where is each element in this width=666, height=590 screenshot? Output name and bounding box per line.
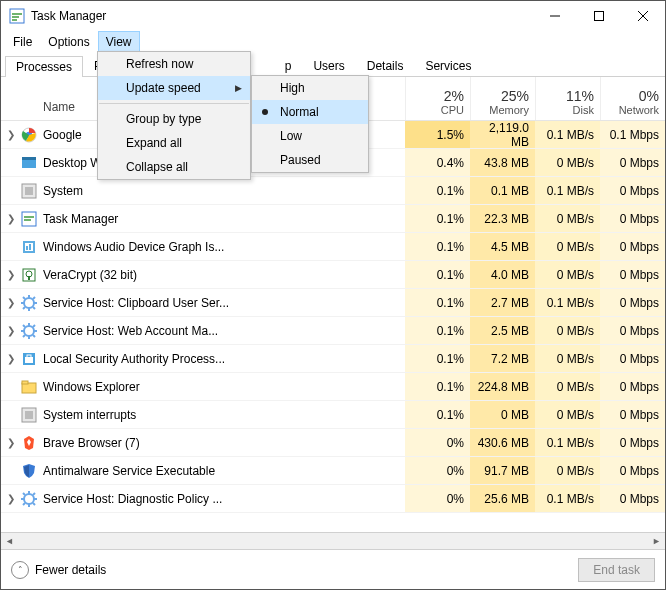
process-icon [21, 351, 37, 367]
menu-file[interactable]: File [5, 31, 40, 53]
minimize-button[interactable] [533, 1, 577, 31]
tab-services[interactable]: Services [414, 55, 482, 76]
process-name: Service Host: Clipboard User Ser... [43, 296, 405, 310]
cpu-label: CPU [441, 104, 464, 116]
process-icon [21, 239, 37, 255]
memory-cell: 91.7 MB [470, 457, 535, 484]
cpu-cell: 0.1% [405, 317, 470, 344]
svg-line-56 [33, 493, 35, 495]
maximize-button[interactable] [577, 1, 621, 31]
tab-processes[interactable]: Processes [5, 56, 83, 77]
process-row[interactable]: ❯Brave Browser (7)0%430.6 MB0.1 MB/s0 Mb… [1, 429, 665, 457]
network-cell: 0 Mbps [600, 177, 665, 204]
process-icon [21, 463, 37, 479]
process-row[interactable]: Windows Explorer0.1%224.8 MB0 MB/s0 Mbps [1, 373, 665, 401]
scroll-left-icon[interactable]: ◄ [1, 533, 18, 550]
svg-rect-48 [25, 411, 33, 419]
process-row[interactable]: System interrupts0.1%0 MB0 MB/s0 Mbps [1, 401, 665, 429]
memory-cell: 43.8 MB [470, 149, 535, 176]
process-icon [21, 267, 37, 283]
header-disk[interactable]: 11% Disk [535, 77, 600, 120]
cpu-cell: 0.1% [405, 205, 470, 232]
network-cell: 0 Mbps [600, 149, 665, 176]
disk-cell: 0.1 MB/s [535, 121, 600, 148]
horizontal-scrollbar[interactable]: ◄ ► [1, 532, 665, 549]
cpu-cell: 0.1% [405, 177, 470, 204]
svg-line-38 [23, 325, 25, 327]
cpu-cell: 0% [405, 457, 470, 484]
scroll-right-icon[interactable]: ► [648, 533, 665, 550]
process-row[interactable]: ❯Service Host: Web Account Ma...0.1%2.5 … [1, 317, 665, 345]
expand-icon[interactable]: ❯ [1, 297, 21, 308]
menu-update-speed[interactable]: Update speed ▶ [98, 76, 250, 100]
network-cell: 0 Mbps [600, 261, 665, 288]
header-cpu[interactable]: 2% CPU [405, 77, 470, 120]
process-row[interactable]: System0.1%0.1 MB0.1 MB/s0 Mbps [1, 177, 665, 205]
menu-options[interactable]: Options [40, 31, 97, 53]
expand-icon[interactable]: ❯ [1, 325, 21, 336]
speed-high[interactable]: High [252, 76, 368, 100]
expand-icon[interactable]: ❯ [1, 269, 21, 280]
process-name: Windows Explorer [43, 380, 405, 394]
close-button[interactable] [621, 1, 665, 31]
cpu-cell: 0% [405, 429, 470, 456]
network-cell: 0 Mbps [600, 317, 665, 344]
window-title: Task Manager [31, 9, 533, 23]
menu-group-by-type[interactable]: Group by type [98, 107, 250, 131]
svg-line-39 [33, 335, 35, 337]
memory-cell: 25.6 MB [470, 485, 535, 512]
expand-icon[interactable]: ❯ [1, 437, 21, 448]
process-row[interactable]: Antimalware Service Executable0%91.7 MB0… [1, 457, 665, 485]
process-name: Brave Browser (7) [43, 436, 405, 450]
cpu-percent: 2% [444, 88, 464, 104]
process-row[interactable]: ❯Service Host: Diagnostic Policy ...0%25… [1, 485, 665, 513]
svg-rect-16 [24, 219, 31, 221]
svg-rect-20 [29, 244, 31, 250]
process-row[interactable]: ❯Local Security Authority Process...0.1%… [1, 345, 665, 373]
header-memory[interactable]: 25% Memory [470, 77, 535, 120]
svg-line-30 [33, 307, 35, 309]
disk-cell: 0 MB/s [535, 345, 600, 372]
tab-app-history[interactable]: p [274, 55, 303, 76]
process-row[interactable]: ❯Task Manager0.1%22.3 MB0 MB/s0 Mbps [1, 205, 665, 233]
svg-rect-1 [12, 13, 22, 15]
cpu-cell: 0% [405, 485, 470, 512]
expand-icon[interactable]: ❯ [1, 213, 21, 224]
end-task-button[interactable]: End task [578, 558, 655, 582]
expand-icon[interactable]: ❯ [1, 129, 21, 140]
disk-cell: 0 MB/s [535, 317, 600, 344]
menu-expand-all[interactable]: Expand all [98, 131, 250, 155]
chevron-up-icon: ˄ [11, 561, 29, 579]
menu-refresh-now[interactable]: Refresh now [98, 52, 250, 76]
speed-normal[interactable]: Normal [252, 100, 368, 124]
menu-collapse-all[interactable]: Collapse all [98, 155, 250, 179]
tab-users[interactable]: Users [302, 55, 355, 76]
process-row[interactable]: ❯VeraCrypt (32 bit)0.1%4.0 MB0 MB/s0 Mbp… [1, 261, 665, 289]
process-row[interactable]: Windows Audio Device Graph Is...0.1%4.5 … [1, 233, 665, 261]
network-cell: 0 Mbps [600, 205, 665, 232]
memory-cell: 430.6 MB [470, 429, 535, 456]
update-speed-menu: High Normal Low Paused [251, 75, 369, 173]
menu-separator [99, 103, 249, 104]
expand-icon[interactable]: ❯ [1, 353, 21, 364]
svg-rect-2 [12, 16, 19, 18]
disk-cell: 0.1 MB/s [535, 485, 600, 512]
network-cell: 0 Mbps [600, 429, 665, 456]
fewer-details-button[interactable]: ˄ Fewer details [11, 561, 106, 579]
speed-low[interactable]: Low [252, 124, 368, 148]
header-network[interactable]: 0% Network [600, 77, 665, 120]
speed-paused[interactable]: Paused [252, 148, 368, 172]
view-menu: Refresh now Update speed ▶ Group by type… [97, 51, 251, 180]
tab-details[interactable]: Details [356, 55, 415, 76]
svg-line-57 [23, 503, 25, 505]
expand-icon[interactable]: ❯ [1, 493, 21, 504]
footer: ˄ Fewer details End task [1, 549, 665, 589]
process-icon [21, 323, 37, 339]
svg-line-41 [23, 335, 25, 337]
svg-point-33 [24, 326, 34, 336]
process-name: System interrupts [43, 408, 405, 422]
menu-view[interactable]: View [98, 31, 140, 53]
process-row[interactable]: ❯Service Host: Clipboard User Ser...0.1%… [1, 289, 665, 317]
process-icon [21, 183, 37, 199]
process-icon [21, 491, 37, 507]
